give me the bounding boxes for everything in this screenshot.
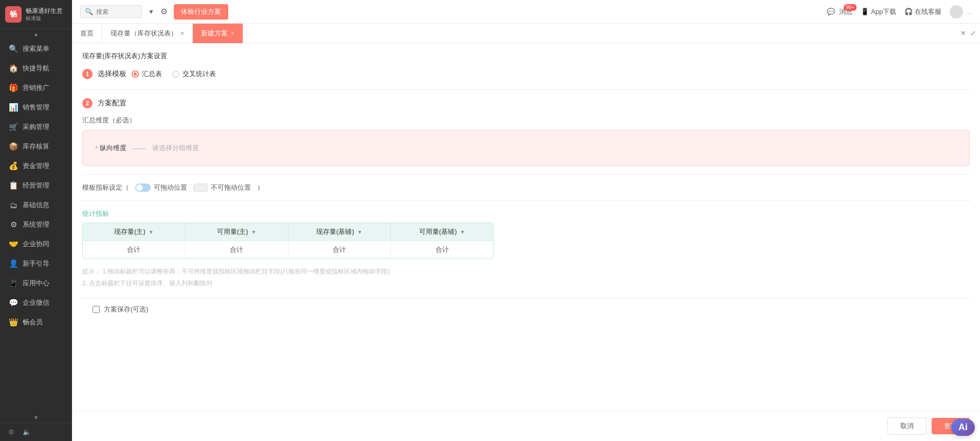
- chevron-down-icon-2[interactable]: ▼: [357, 229, 362, 235]
- sidebar-scroll-down[interactable]: ▼: [0, 413, 72, 422]
- sidebar-item-system[interactable]: ⚙ 系统管理: [0, 215, 72, 234]
- user-area[interactable]: ...: [950, 5, 972, 19]
- chevron-down-icon-3[interactable]: ▼: [460, 229, 465, 235]
- required-mark: *: [95, 144, 98, 152]
- save-label: 方案保存(可选): [104, 305, 149, 314]
- search-box[interactable]: 🔍: [80, 5, 142, 18]
- col-header-1[interactable]: 可用量(主) ▼: [186, 223, 288, 241]
- col-header-2[interactable]: 现存量(基辅) ▼: [288, 223, 391, 241]
- sidebar-item-quick-nav[interactable]: 🏠 快捷导航: [0, 59, 72, 78]
- sidebar-item-enterprise[interactable]: 🤝 企业协同: [0, 234, 72, 254]
- save-checkbox[interactable]: [93, 306, 100, 313]
- divider-1: [82, 89, 970, 90]
- toggle-box[interactable]: [135, 183, 151, 192]
- topbar-right: 💬 99+ 消息 📱 App下载 🎧 在线客服 ...: [827, 5, 972, 19]
- stats-table-row: 合计 合计 合计 合计: [83, 241, 493, 259]
- app-name: 畅康通好生意: [26, 7, 63, 15]
- search-input[interactable]: [96, 8, 137, 15]
- wechat-icon: 💬: [8, 298, 19, 307]
- stats-table: 现存量(主) ▼ 可用量(主) ▼ 现存量(基辅) ▼ 可用量(基辅): [82, 223, 494, 259]
- radio-summary-dot: [132, 70, 139, 78]
- sidebar-bottom: ⚙ 🔈: [0, 422, 72, 441]
- tab-home-label: 首页: [80, 29, 94, 38]
- col-label-0: 现存量(主): [114, 227, 146, 236]
- tab-home[interactable]: 首页: [72, 24, 102, 43]
- sidebar-item-new-guide[interactable]: 👤 新手引导: [0, 254, 72, 273]
- dimension-label: 纵向维度: [100, 143, 126, 153]
- radio-summary[interactable]: 汇总表: [132, 69, 162, 79]
- cell-2: 合计: [288, 241, 391, 259]
- phone-icon: 📱: [861, 8, 869, 15]
- radio-summary-label: 汇总表: [142, 69, 162, 79]
- settings-icon[interactable]: ⚙: [8, 428, 14, 436]
- sidebar-item-label: 搜索菜单: [23, 44, 49, 53]
- col-header-0[interactable]: 现存量(主) ▼: [83, 223, 186, 241]
- speaker-icon[interactable]: 🔈: [23, 428, 31, 436]
- chevron-down-icon-1[interactable]: ▼: [251, 229, 257, 235]
- section2-header: 2 方案配置: [82, 98, 970, 108]
- sidebar-scroll-up[interactable]: ▲: [0, 29, 72, 39]
- topbar-gear-icon[interactable]: ⚙: [160, 7, 168, 16]
- radio-cross[interactable]: 交叉统计表: [172, 69, 216, 79]
- chart-icon: 📊: [8, 103, 19, 112]
- summary-dimension-label: 汇总维度（必选）: [82, 116, 970, 125]
- sidebar-item-label: 库存核算: [23, 142, 49, 151]
- page-title: 现存量(库存状况表)方案设置: [82, 51, 970, 61]
- col-header-3[interactable]: 可用量(基辅) ▼: [391, 223, 493, 241]
- dropdown-arrow-icon[interactable]: ▼: [148, 8, 154, 15]
- content-area: 现存量(库存状况表)方案设置 1 选择模板 汇总表 交叉统计表: [72, 43, 980, 411]
- sidebar-item-finance[interactable]: 💰 资金管理: [0, 156, 72, 176]
- chevron-down-icon-0[interactable]: ▼: [149, 229, 154, 235]
- sidebar-item-label: 采购管理: [23, 122, 49, 132]
- tab-minimize-icon[interactable]: ✕: [960, 29, 966, 37]
- tab-new-scheme[interactable]: 新建方案 ×: [193, 24, 243, 43]
- sidebar-item-search[interactable]: 🔍 搜索菜单: [0, 39, 72, 59]
- tab-inventory[interactable]: 现存量（库存状况表） ×: [102, 24, 193, 43]
- user-icon: 👤: [8, 259, 19, 268]
- tab-expand-icon[interactable]: ⤢: [970, 29, 976, 37]
- tab-inventory-close-icon[interactable]: ×: [180, 30, 184, 37]
- dimension-area[interactable]: * 纵向维度 —— 请选择分组维度: [82, 130, 970, 166]
- draggable-toggle[interactable]: 可拖动位置: [135, 183, 187, 192]
- sidebar-item-purchase[interactable]: 🛒 采购管理: [0, 117, 72, 137]
- tab-new-scheme-close-icon[interactable]: ×: [231, 30, 234, 37]
- sidebar-item-label: 应用中心: [23, 279, 49, 288]
- ai-badge[interactable]: Ai: [951, 419, 975, 436]
- message-badge[interactable]: 💬 99+ 消息: [827, 7, 852, 16]
- avatar: [950, 5, 963, 19]
- search-icon: 🔍: [8, 44, 19, 53]
- online-service-link[interactable]: 🎧 在线客服: [904, 7, 941, 16]
- sidebar-item-label: 企业协同: [23, 240, 49, 249]
- sidebar-item-label: 经营管理: [23, 181, 49, 190]
- sidebar-item-wechat[interactable]: 💬 企业微信: [0, 293, 72, 313]
- col-label-2: 现存量(基辅): [316, 227, 354, 236]
- sidebar-item-label: 企业微信: [23, 298, 49, 307]
- sidebar-item-basic[interactable]: 🗂 基础信息: [0, 195, 72, 215]
- sidebar-item-sales[interactable]: 📊 销售管理: [0, 98, 72, 117]
- message-count: 99+: [844, 4, 857, 11]
- sidebar-item-label: 销售管理: [23, 103, 49, 112]
- stats-table-header: 现存量(主) ▼ 可用量(主) ▼ 现存量(基辅) ▼ 可用量(基辅): [83, 223, 493, 241]
- headset-icon: 🎧: [904, 8, 913, 15]
- cart-icon: 🛒: [8, 122, 19, 132]
- sidebar-item-label: 系统管理: [23, 220, 49, 229]
- sidebar-item-app-center[interactable]: 📱 应用中心: [0, 273, 72, 293]
- indicator-settings: 模板指标设定（ 可拖动位置 不可拖动位置 ）: [82, 183, 970, 192]
- sidebar-item-operation[interactable]: 📋 经营管理: [0, 176, 72, 195]
- box-icon: 📦: [8, 142, 19, 151]
- sidebar-item-vip[interactable]: 👑 畅会员: [0, 313, 72, 332]
- sidebar-item-marketing[interactable]: 🎁 营销推广: [0, 78, 72, 98]
- topbar: 🔍 ▼ ⚙ 体验行业方案 💬 99+ 消息 📱 App下载 🎧 在线客服 ...: [72, 0, 980, 24]
- radio-cross-label: 交叉统计表: [183, 69, 216, 79]
- bottom-section: 方案保存(可选): [82, 298, 970, 320]
- sidebar-item-inventory[interactable]: 📦 库存核算: [0, 137, 72, 156]
- cancel-button[interactable]: 取消: [887, 417, 927, 435]
- gear-icon: ⚙: [8, 220, 19, 229]
- template-options: 汇总表 交叉统计表: [132, 69, 216, 79]
- home-icon: 🏠: [8, 64, 19, 73]
- trial-industry-button[interactable]: 体验行业方案: [174, 4, 228, 20]
- footer-buttons: 取消 查询: [72, 411, 980, 441]
- app-download-link[interactable]: 📱 App下载: [861, 7, 896, 16]
- section-step1: 1 选择模板 汇总表 交叉统计表: [82, 69, 970, 79]
- divider-3: [82, 200, 970, 201]
